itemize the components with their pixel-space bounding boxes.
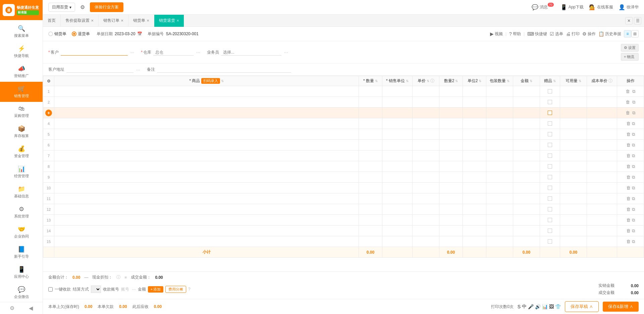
gift-checkbox-active[interactable] xyxy=(548,111,552,115)
copy-row-7-btn[interactable]: ⧉ xyxy=(632,153,635,158)
app-download-btn[interactable]: 📱 App下载 xyxy=(560,4,584,10)
tab-close-all-btn[interactable]: ✕ xyxy=(625,17,633,24)
copy-row-4-btn[interactable]: ⧉ xyxy=(632,121,635,126)
copy-row-active-btn[interactable]: ⧉ xyxy=(632,110,635,115)
warehouse-input[interactable] xyxy=(153,49,194,56)
tab-sales-close[interactable]: ✕ xyxy=(147,19,149,22)
calendar-icon[interactable]: 📅 xyxy=(137,32,142,36)
action-print[interactable]: 🖨 打印 xyxy=(566,31,580,37)
toolbar-icon-4[interactable]: 🔊 xyxy=(535,304,541,309)
warehouse-more-icon[interactable]: ··· xyxy=(196,50,200,55)
tab-sales-order[interactable]: 销售订单 ✕ xyxy=(99,15,128,27)
save-new-btn[interactable]: 保存&新增 ∧ xyxy=(603,302,639,312)
one-click-payment-checkbox[interactable] xyxy=(48,287,53,292)
gift-checkbox-7[interactable] xyxy=(548,153,552,158)
copy-row-2-btn[interactable]: ⧉ xyxy=(632,100,635,105)
delete-row-4-btn[interactable]: 🗑 xyxy=(626,121,631,126)
user-avatar[interactable]: 👤 徐泽华 xyxy=(619,4,639,10)
toolbar-icon-6[interactable]: 🖼 xyxy=(549,304,554,309)
delete-row-1-btn[interactable]: 🗑 xyxy=(626,89,630,94)
view-list-btn[interactable]: ≡ xyxy=(624,30,631,38)
tab-sales-return-close[interactable]: ✕ xyxy=(176,19,179,22)
view-grid-btn[interactable]: ⊞ xyxy=(631,30,639,38)
online-service-btn[interactable]: 💁 在线客服 xyxy=(589,4,613,10)
delete-row-active-btn[interactable]: 🗑 xyxy=(626,110,630,115)
customer-more-icon[interactable]: ··· xyxy=(130,50,135,55)
delete-row-13-btn[interactable]: 🗑 xyxy=(626,217,631,223)
toolbar-icon-3[interactable]: 🎤 xyxy=(528,304,534,309)
delete-row-7-btn[interactable]: 🗑 xyxy=(626,153,631,158)
sidebar-item-basics[interactable]: 📁 基础信息 xyxy=(0,182,43,202)
sidebar-item-apps[interactable]: 📱 应用中心 xyxy=(0,262,43,282)
delete-row-15-btn[interactable]: 🗑 xyxy=(626,239,631,244)
delete-row-10-btn[interactable]: 🗑 xyxy=(626,185,631,190)
fee-split-btn[interactable]: 费用分摊 xyxy=(165,286,186,293)
radio-sales[interactable]: 销货单 xyxy=(48,31,66,37)
col-cost-info-icon[interactable]: ⓘ xyxy=(608,78,612,84)
tab-sales[interactable]: 销货单 ✕ xyxy=(128,15,154,27)
sidebar-item-guide[interactable]: 📘 新手引导 xyxy=(0,242,43,262)
gift-checkbox-1[interactable] xyxy=(548,89,552,93)
gift-checkbox-8[interactable] xyxy=(548,164,552,169)
col-qty-sort-icon[interactable]: ⇅ xyxy=(375,79,378,83)
gift-checkbox-10[interactable] xyxy=(548,186,552,190)
col-packqty-sort-icon[interactable]: ⇅ xyxy=(507,79,509,83)
copy-row-11-btn[interactable]: ⧉ xyxy=(632,196,635,201)
delete-row-2-btn[interactable]: 🗑 xyxy=(626,100,630,105)
action-history[interactable]: 📋 历史单据 xyxy=(598,31,621,37)
gift-checkbox-14[interactable] xyxy=(548,229,552,233)
tab-menu-btn[interactable]: ☰ xyxy=(634,17,641,24)
industry-dropdown[interactable]: 日用百货 ▾ xyxy=(48,3,75,12)
col-amount-sort-icon[interactable]: ⇅ xyxy=(530,79,532,83)
sidebar-item-sales[interactable]: 🛒 销售管理 xyxy=(0,82,43,102)
sidebar-item-finance[interactable]: 💰 资金管理 xyxy=(0,142,43,162)
sidebar-collapse-btn[interactable]: ◀ xyxy=(29,305,33,311)
copy-row-14-btn[interactable]: ⧉ xyxy=(632,228,635,233)
copy-row-6-btn[interactable]: ⧉ xyxy=(632,142,635,147)
account-more-icon[interactable]: ··· xyxy=(132,287,136,292)
copy-row-13-btn[interactable]: ⧉ xyxy=(632,217,635,223)
experience-button[interactable]: 体验行业方案 xyxy=(90,2,123,12)
copy-row-8-btn[interactable]: ⧉ xyxy=(632,164,635,169)
col-gift-sort-icon[interactable]: ⇅ xyxy=(553,79,556,83)
copy-row-10-btn[interactable]: ⧉ xyxy=(632,185,635,190)
action-help[interactable]: ? 帮助 xyxy=(509,31,521,37)
action-select[interactable]: ☑ 选单 xyxy=(550,31,563,37)
toolbar-icon-2[interactable]: 中 xyxy=(522,304,527,310)
gift-checkbox-6[interactable] xyxy=(548,143,552,147)
gift-checkbox-15[interactable] xyxy=(548,239,552,244)
product-input-active[interactable] xyxy=(56,110,357,115)
add-account-btn[interactable]: + 添加 xyxy=(148,286,163,293)
toolbar-icon-7[interactable]: 👕 xyxy=(555,304,561,309)
delete-row-11-btn[interactable]: 🗑 xyxy=(626,196,631,201)
sidebar-item-quick[interactable]: ⚡ 快捷导航 xyxy=(0,42,43,62)
toolbar-icon-5[interactable]: 📊 xyxy=(542,304,548,309)
sidebar-item-marketing[interactable]: 📣 营销推广 xyxy=(0,62,43,82)
col-price-info-icon[interactable]: ⓘ xyxy=(430,78,434,84)
sidebar-item-system[interactable]: ⚙ 系统管理 xyxy=(0,202,43,222)
sidebar-item-wechat[interactable]: 💬 企业微信 xyxy=(0,282,43,302)
gift-checkbox-12[interactable] xyxy=(548,207,552,211)
sidebar-item-enterprise[interactable]: 🤝 企业协同 xyxy=(0,222,43,242)
copy-row-15-btn[interactable]: ⧉ xyxy=(632,239,635,244)
sidebar-item-inventory[interactable]: 📦 库存核算 xyxy=(0,122,43,142)
copy-row-12-btn[interactable]: ⧉ xyxy=(632,207,635,212)
col-unit-sort-icon[interactable]: ⇅ xyxy=(406,79,409,83)
copy-row-5-btn[interactable]: ⧉ xyxy=(632,132,635,137)
radio-return[interactable]: 退货单 xyxy=(72,31,90,37)
gift-checkbox-4[interactable] xyxy=(548,121,552,126)
col-product-sort-icon[interactable]: ⇅ xyxy=(221,79,224,83)
topbar-settings-btn[interactable]: ⚙ xyxy=(78,3,87,12)
delete-row-14-btn[interactable]: 🗑 xyxy=(626,228,631,233)
toolbar-icon-1[interactable]: S xyxy=(518,304,521,309)
tab-sales-order-close[interactable]: ✕ xyxy=(121,19,123,22)
tab-price-settings[interactable]: 售价提取设置 ✕ xyxy=(61,15,99,27)
sidebar-settings-btn[interactable]: ⚙ xyxy=(10,305,14,311)
action-video[interactable]: ▶ 视频 xyxy=(490,31,503,37)
scan-input-btn[interactable]: 扫码录入 xyxy=(201,78,220,84)
delete-row-8-btn[interactable]: 🗑 xyxy=(626,164,631,169)
logistics-side-btn[interactable]: + 物流 xyxy=(621,53,639,61)
gift-checkbox-2[interactable] xyxy=(548,100,552,104)
tab-home[interactable]: 首页 xyxy=(43,15,61,27)
add-row-btn[interactable]: + xyxy=(45,110,52,116)
